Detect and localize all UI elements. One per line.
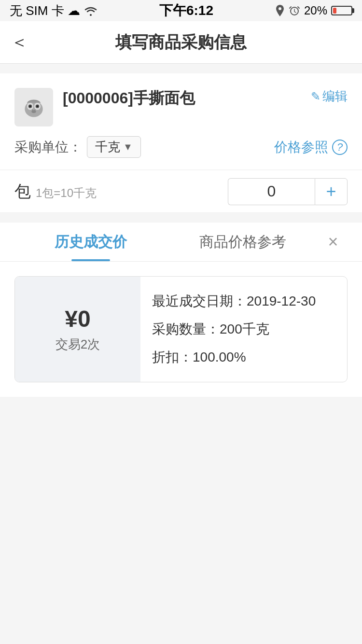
quantity-section: 包 1包=10千克 + xyxy=(0,170,362,213)
product-icon xyxy=(14,88,53,126)
nav-bar: ＜ 填写商品采购信息 xyxy=(0,21,362,64)
back-arrow-icon: ＜ xyxy=(11,30,28,54)
quantity-input[interactable] xyxy=(228,178,315,205)
discount-row: 折扣：100.00% xyxy=(152,347,335,367)
recent-date-value: 2019-12-30 xyxy=(247,294,316,308)
tabs-close-button[interactable]: × xyxy=(319,223,348,261)
quantity-label: 包 1包=10千克 xyxy=(14,181,97,203)
unit-big-label: 包 xyxy=(14,181,31,203)
close-icon: × xyxy=(328,232,338,252)
quantity-controls: + xyxy=(228,178,348,205)
unit-prefix-label: 采购单位： xyxy=(14,138,82,156)
qty-detail-value: 200千克 xyxy=(220,322,269,336)
price-card: ¥0 交易2次 最近成交日期：2019-12-30 采购数量：200千克 折扣：… xyxy=(14,276,348,382)
discount-label: 折扣： xyxy=(152,350,193,364)
trades-count: 交易2次 xyxy=(56,336,100,353)
tabs-header: 历史成交价 商品价格参考 × xyxy=(0,223,362,262)
edit-label: 编辑 xyxy=(322,88,348,105)
tab1-label: 历史成交价 xyxy=(55,232,127,252)
price-cards-container: ¥0 交易2次 最近成交日期：2019-12-30 采购数量：200千克 折扣：… xyxy=(0,262,362,397)
status-right: 20% xyxy=(275,4,352,17)
status-bar: 无 SIM 卡 ☁ 下午6:12 20% xyxy=(0,0,362,21)
quantity-plus-button[interactable]: + xyxy=(315,178,348,205)
status-time: 下午6:12 xyxy=(159,1,213,20)
product-name: [0000006]手撕面包 xyxy=(63,88,195,109)
owl-logo xyxy=(20,94,47,121)
status-left: 无 SIM 卡 ☁ xyxy=(10,2,97,19)
wifi-icon xyxy=(84,5,97,16)
product-card: [0000006]手撕面包 ✎ 编辑 采购单位： 千克 ▼ 价格参照 ? xyxy=(0,73,362,169)
no-sim-label: 无 SIM 卡 ☁ xyxy=(10,2,80,19)
currency-symbol: ¥ xyxy=(65,306,78,332)
dropdown-arrow-icon: ▼ xyxy=(123,141,133,153)
unit-value: 千克 xyxy=(95,139,120,155)
battery-percent: 20% xyxy=(304,4,327,17)
edit-icon: ✎ xyxy=(311,90,320,103)
price-ref-label: 价格参照 xyxy=(274,138,328,156)
unit-conversion-label: 1包=10千克 xyxy=(36,185,97,201)
plus-icon: + xyxy=(326,182,336,202)
qty-detail-label: 采购数量： xyxy=(152,322,220,336)
svg-point-6 xyxy=(29,105,31,107)
qty-row: 采购数量：200千克 xyxy=(152,319,335,339)
price-ref-info-icon: ? xyxy=(332,140,348,155)
tabs-section: 历史成交价 商品价格参考 × ¥0 交易2次 最近成交日期：2019-12-30… xyxy=(0,223,362,397)
alarm-icon xyxy=(289,5,300,16)
price-ref-button[interactable]: 价格参照 ? xyxy=(274,138,348,156)
page-title: 填写商品采购信息 xyxy=(115,31,247,54)
svg-point-7 xyxy=(37,105,39,107)
svg-point-1 xyxy=(25,101,42,117)
price-summary: ¥0 交易2次 xyxy=(15,277,140,382)
tab-product-price-ref[interactable]: 商品价格参考 xyxy=(167,223,319,261)
recent-date-label: 最近成交日期： xyxy=(152,294,247,308)
price-details: 最近成交日期：2019-12-30 采购数量：200千克 折扣：100.00% xyxy=(140,277,347,382)
unit-select[interactable]: 千克 ▼ xyxy=(87,136,141,158)
back-button[interactable]: ＜ xyxy=(0,21,39,64)
battery-icon xyxy=(331,6,352,15)
tab-history-price[interactable]: 历史成交价 xyxy=(14,223,167,261)
price-value: 0 xyxy=(78,306,91,332)
location-icon xyxy=(275,5,285,16)
svg-point-8 xyxy=(31,111,36,113)
price-amount: ¥0 xyxy=(65,306,90,332)
recent-date-row: 最近成交日期：2019-12-30 xyxy=(152,291,335,311)
tab2-label: 商品价格参考 xyxy=(199,232,286,252)
edit-button[interactable]: ✎ 编辑 xyxy=(311,88,348,105)
discount-value: 100.00% xyxy=(193,350,246,364)
